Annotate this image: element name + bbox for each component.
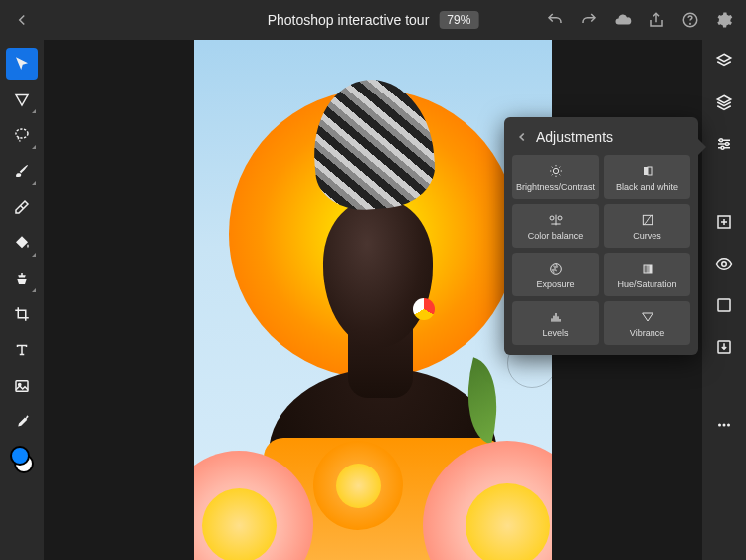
artwork-flower: [313, 441, 403, 530]
svg-rect-16: [644, 167, 648, 175]
adjustment-curves[interactable]: Curves: [604, 204, 690, 248]
fill-tool[interactable]: [6, 227, 38, 259]
svg-point-6: [726, 143, 729, 146]
svg-point-9: [722, 262, 727, 267]
huesat-icon: [640, 261, 655, 277]
svg-rect-29: [557, 316, 558, 321]
adjustment-label: Black and white: [616, 182, 678, 192]
place-image-tool[interactable]: [6, 370, 38, 402]
vibrance-icon: [640, 309, 655, 325]
svg-rect-27: [553, 315, 554, 321]
type-tool[interactable]: [6, 334, 38, 366]
adjustment-label: Vibrance: [630, 328, 664, 338]
brush-tool[interactable]: [6, 155, 38, 187]
levels-icon: [548, 309, 564, 325]
adjustments-panel-icon[interactable]: [708, 131, 740, 157]
transform-tool[interactable]: [6, 84, 38, 115]
exposure-icon: [548, 261, 564, 277]
color-swatch[interactable]: [8, 446, 36, 473]
svg-point-13: [723, 424, 726, 427]
left-toolbar: [0, 40, 44, 560]
svg-point-7: [721, 146, 724, 149]
curves-icon: [640, 212, 655, 228]
adjustment-label: Color balance: [528, 231, 584, 241]
back-button[interactable]: [10, 8, 34, 32]
document-title: Photoshop interactive tour: [268, 12, 430, 28]
svg-point-5: [720, 139, 723, 142]
clone-stamp-tool[interactable]: [6, 263, 38, 294]
adjustment-exposure[interactable]: Exposure: [512, 253, 599, 296]
eraser-tool[interactable]: [6, 191, 38, 223]
redo-button[interactable]: [577, 8, 601, 32]
adjustment-hue-saturation[interactable]: Hue/Saturation: [604, 253, 690, 296]
artwork-headwrap: [308, 75, 439, 214]
svg-point-2: [16, 129, 28, 138]
right-toolbar: [702, 40, 746, 560]
svg-point-19: [558, 216, 562, 220]
panel-back-button[interactable]: [514, 129, 530, 145]
adjustment-color-balance[interactable]: Color balance: [512, 204, 599, 248]
move-tool[interactable]: [6, 48, 38, 80]
settings-button[interactable]: [712, 8, 736, 32]
svg-rect-3: [16, 381, 28, 392]
adjustment-black-and-white[interactable]: Black and white: [604, 155, 690, 199]
help-button[interactable]: [678, 8, 702, 32]
balance-icon: [548, 212, 564, 228]
svg-rect-17: [648, 167, 652, 175]
more-options-icon[interactable]: [708, 412, 740, 438]
share-button[interactable]: [645, 8, 668, 32]
adjustment-brightness-contrast[interactable]: Brightness/Contrast: [512, 155, 599, 199]
svg-rect-28: [555, 313, 556, 322]
canvas[interactable]: [194, 40, 552, 560]
svg-rect-30: [559, 319, 560, 322]
bw-icon: [640, 163, 655, 179]
svg-rect-25: [649, 265, 652, 273]
svg-point-18: [550, 216, 554, 220]
adjustment-levels[interactable]: Levels: [512, 301, 599, 345]
adjustment-label: Brightness/Contrast: [516, 182, 595, 192]
adjustments-panel: Adjustments Brightness/Contrast Black an…: [504, 117, 698, 355]
adjustment-label: Levels: [542, 328, 568, 338]
svg-point-14: [727, 424, 730, 427]
svg-rect-24: [646, 265, 649, 273]
svg-point-15: [553, 168, 558, 173]
crop-tool[interactable]: [6, 298, 38, 330]
svg-point-1: [690, 23, 691, 24]
panel-title: Adjustments: [536, 129, 613, 145]
visibility-icon[interactable]: [708, 251, 740, 277]
export-icon[interactable]: [708, 334, 740, 360]
undo-button[interactable]: [543, 8, 567, 32]
svg-rect-23: [644, 265, 647, 273]
layer-properties-icon[interactable]: [708, 90, 740, 115]
adjustment-vibrance[interactable]: Vibrance: [604, 301, 690, 345]
layers-panel-icon[interactable]: [708, 48, 740, 74]
lasso-tool[interactable]: [6, 119, 38, 151]
svg-rect-10: [718, 299, 730, 311]
adjustment-label: Curves: [633, 231, 661, 241]
adjustment-label: Hue/Saturation: [617, 280, 676, 289]
adjustment-label: Exposure: [536, 280, 574, 289]
add-layer-icon[interactable]: [708, 209, 740, 235]
cloud-sync-icon[interactable]: [611, 8, 635, 32]
brightness-icon: [548, 163, 564, 179]
artwork-earring: [413, 298, 435, 320]
svg-point-12: [718, 424, 721, 427]
progress-badge: 79%: [439, 11, 478, 29]
svg-rect-26: [551, 318, 552, 321]
foreground-color: [10, 446, 30, 466]
comments-icon[interactable]: [708, 292, 740, 318]
eyedropper-tool[interactable]: [6, 406, 38, 438]
top-bar: Photoshop interactive tour 79%: [0, 0, 746, 40]
